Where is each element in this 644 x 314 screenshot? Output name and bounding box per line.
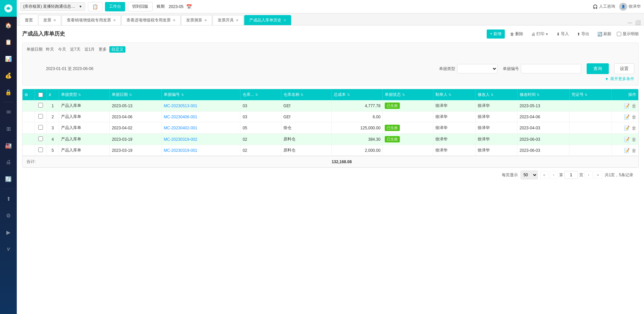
tab-purchase-vat[interactable]: 查看进项增值税专用发票 ✕ xyxy=(121,15,180,25)
sidebar-item-refresh[interactable]: 🔄 xyxy=(0,171,17,187)
sidebar-item-home[interactable]: 🏠 xyxy=(0,17,17,34)
refresh-button[interactable]: 🔄 刷新 xyxy=(595,30,614,38)
btn-yesterday[interactable]: 昨天 xyxy=(45,46,55,53)
select-all-checkbox[interactable] xyxy=(38,92,43,97)
code-link[interactable]: MC-20230513-001 xyxy=(164,104,197,108)
company-selector[interactable]: (库存核算) 直播轻跑通信息技术股份... ▼ xyxy=(20,2,85,11)
sidebar-item-stamp[interactable]: 🖨 xyxy=(0,154,17,171)
minimize-icon[interactable]: — xyxy=(628,20,632,25)
row-checkbox[interactable] xyxy=(38,114,43,119)
trash-icon[interactable]: 🗑 xyxy=(632,137,636,142)
edit-icon[interactable]: 📝 xyxy=(624,148,630,153)
display-cols-checkbox[interactable] xyxy=(617,32,621,36)
tab-product-history[interactable]: 产成品入库单历史 ✕ xyxy=(244,15,291,25)
th-status[interactable]: 单据状态 ⇅ xyxy=(383,89,433,100)
delete-button[interactable]: 🗑 删除 xyxy=(507,30,526,38)
th-type[interactable]: 单据类型 ⇅ xyxy=(59,89,110,100)
sidebar-item-money[interactable]: 💰 xyxy=(0,67,17,84)
code-link[interactable]: MC-20230402-001 xyxy=(164,126,197,130)
code-link[interactable]: MC-20230319-001 xyxy=(164,148,197,153)
sidebar-item-play[interactable]: ▶ xyxy=(0,224,17,241)
th-date[interactable]: 单据日期 ⇅ xyxy=(110,89,162,100)
query-button[interactable]: 查询 xyxy=(587,63,609,74)
code-link[interactable]: MC-20230406-001 xyxy=(164,115,197,119)
switch-version-button[interactable]: 切到旧版 xyxy=(128,2,153,11)
app-logo[interactable] xyxy=(0,0,17,17)
th-checkbox[interactable] xyxy=(35,89,47,100)
sidebar-item-doc[interactable]: 📋 xyxy=(0,34,17,50)
edit-icon[interactable]: 📝 xyxy=(624,137,630,142)
tab-invoice[interactable]: 发票 ✕ xyxy=(38,15,61,25)
th-warehouse-code[interactable]: 仓库... ⇅ xyxy=(240,89,281,100)
filter-expand-button[interactable]: ▼ 展开更多条件 xyxy=(605,76,634,82)
tab-sales-vat[interactable]: 查看销项增值税专用发票 ✕ xyxy=(62,15,121,25)
workbench-button[interactable]: 工作台 xyxy=(105,2,125,11)
edit-icon[interactable]: 📝 xyxy=(624,103,630,109)
th-modifier[interactable]: 修改人 ⇅ xyxy=(475,89,518,100)
first-page-button[interactable]: « xyxy=(540,171,548,179)
row-checkbox[interactable] xyxy=(38,136,43,141)
sidebar-item-settings[interactable]: ⚙ xyxy=(0,207,17,224)
print-button[interactable]: 🖨 打印 ▼ xyxy=(529,30,551,38)
sidebar-item-version[interactable]: V xyxy=(0,241,17,257)
tab-invoice-open-close[interactable]: ✕ xyxy=(236,18,238,22)
tab-sales-vat-close[interactable]: ✕ xyxy=(113,18,116,22)
import-button[interactable]: ⬇ 导入 xyxy=(554,30,572,38)
sidebar-item-chart[interactable]: 📊 xyxy=(0,50,17,67)
new-button[interactable]: + 新增 xyxy=(487,29,505,39)
row-checkbox[interactable] xyxy=(38,125,43,130)
support-button[interactable]: 🎧 人工咨询 xyxy=(593,4,615,9)
tab-calc[interactable]: 发票测算 ✕ xyxy=(181,15,212,25)
last-page-button[interactable]: » xyxy=(594,171,602,179)
edit-icon[interactable]: 📝 xyxy=(624,125,630,131)
code-link[interactable]: MC-20230319-002 xyxy=(164,137,197,142)
copy-button[interactable]: 📋 xyxy=(88,2,102,11)
reset-button[interactable]: 设置 xyxy=(614,63,634,74)
th-modify-time[interactable]: 修改时间 ⇅ xyxy=(518,89,570,100)
trash-icon[interactable]: 🗑 xyxy=(632,103,636,109)
tab-product-history-close[interactable]: ✕ xyxy=(283,18,286,22)
page-input[interactable] xyxy=(565,171,578,179)
sidebar-item-warehouse[interactable]: 🏭 xyxy=(0,137,17,154)
user-menu[interactable]: 👤 徐泽华 xyxy=(619,3,641,11)
th-warehouse-name[interactable]: 仓库名称 ⇅ xyxy=(281,89,332,100)
th-code[interactable]: 单据编号 ⇅ xyxy=(162,89,240,100)
edit-icon[interactable]: 📝 xyxy=(624,114,630,120)
calendar-icon[interactable]: 📅 xyxy=(186,4,192,9)
sidebar-item-upload[interactable]: ⬆ xyxy=(0,190,17,207)
th-creator[interactable]: 制单人 ⇅ xyxy=(433,89,475,100)
tab-home[interactable]: 首页 xyxy=(20,15,38,25)
tab-invoice-close[interactable]: ✕ xyxy=(53,18,56,22)
row-checkbox[interactable] xyxy=(38,147,43,152)
th-total-cost[interactable]: 总成本 ⇅ xyxy=(332,89,383,100)
trash-icon[interactable]: 🗑 xyxy=(632,125,636,131)
sidebar-item-lock[interactable]: 🔒 xyxy=(0,84,17,101)
per-page-select[interactable]: 50 20 100 xyxy=(521,171,538,179)
btn-1month[interactable]: 近1月 xyxy=(83,46,96,53)
cell-code[interactable]: MC-20230319-001 xyxy=(162,145,240,156)
next-page-button[interactable]: › xyxy=(585,171,593,179)
trash-icon[interactable]: 🗑 xyxy=(632,114,636,120)
sidebar-item-grid[interactable]: ⊞ xyxy=(0,120,17,137)
tab-invoice-open[interactable]: 发票开具 ✕ xyxy=(213,15,244,25)
btn-7days[interactable]: 近7天 xyxy=(69,46,82,53)
th-settings[interactable]: ⚙ xyxy=(22,89,35,100)
btn-more[interactable]: 更多 xyxy=(97,46,108,53)
th-voucher[interactable]: 凭证号 ⇅ xyxy=(569,89,611,100)
btn-custom[interactable]: 自定义 xyxy=(109,46,125,53)
type-filter-select[interactable] xyxy=(457,64,497,73)
trash-icon[interactable]: 🗑 xyxy=(632,148,636,153)
cell-code[interactable]: MC-20230513-001 xyxy=(162,100,240,112)
prev-page-button[interactable]: ‹ xyxy=(550,171,558,179)
sidebar-item-mail[interactable]: ✉ xyxy=(0,104,17,120)
tab-calc-close[interactable]: ✕ xyxy=(204,18,207,22)
cell-code[interactable]: MC-20230319-002 xyxy=(162,134,240,145)
btn-today[interactable]: 今天 xyxy=(57,46,67,53)
maximize-icon[interactable]: ⬜ xyxy=(635,20,641,25)
cell-code[interactable]: MC-20230406-001 xyxy=(162,112,240,122)
cell-code[interactable]: MC-20230402-001 xyxy=(162,122,240,134)
number-filter-input[interactable] xyxy=(521,64,581,73)
tab-purchase-vat-close[interactable]: ✕ xyxy=(173,18,175,22)
row-checkbox[interactable] xyxy=(38,103,43,108)
export-button[interactable]: ⬆ 导出 xyxy=(574,30,592,38)
